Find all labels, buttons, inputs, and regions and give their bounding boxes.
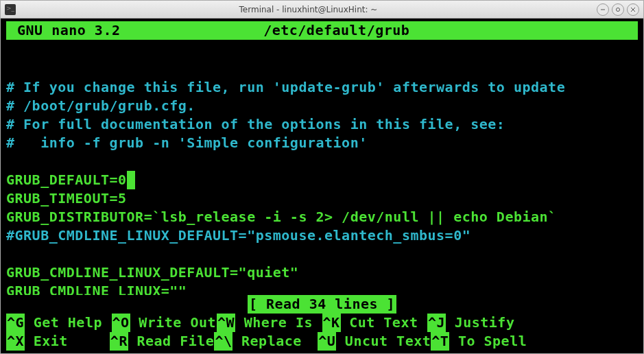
svg-point-1 (617, 8, 620, 11)
file-line: GRUB_DISTRIBUTOR=`lsb_release -i -s 2> /… (6, 209, 557, 225)
shortcut-to-spell: ^T To Spell (431, 332, 534, 351)
titlebar: Terminal - linuxhint@LinuxHint: ~ (1, 1, 643, 19)
close-button[interactable] (627, 3, 639, 16)
shortcut-replace: ^\ Replace (214, 332, 318, 351)
shortcut-where-is: ^W Where Is (217, 314, 322, 332)
shortcut-get-help: ^G Get Help (6, 314, 112, 332)
shortcut-read-file: ^R Read File (110, 332, 215, 351)
file-line: # For full documentation of the options … (6, 116, 505, 132)
file-line: #GRUB_CMDLINE_LINUX_DEFAULT="psmouse.ela… (6, 227, 470, 244)
shortcuts-row-2: ^X Exit ^R Read File ^\ Replace ^U Uncut… (6, 332, 638, 351)
terminal-icon (5, 4, 16, 15)
nano-app-name: GNU nano 3.2 (9, 21, 121, 40)
shortcut-cut-text: ^K Cut Text (322, 314, 428, 332)
nano-filename: /etc/default/grub (121, 21, 636, 40)
shortcuts-row-1: ^G Get Help ^O Write Out ^W Where Is ^K … (6, 314, 638, 332)
nano-header: GNU nano 3.2 /etc/default/grub (6, 21, 638, 40)
status-line: [ Read 34 lines ] (6, 295, 638, 314)
window-title: Terminal - linuxhint@LinuxHint: ~ (20, 5, 597, 14)
file-line: # info -f grub -n 'Simple configuration' (6, 134, 368, 151)
blank-line (6, 60, 15, 77)
file-line: GRUB_CMDLINE_LINUX="" (6, 283, 187, 295)
minimize-button[interactable] (597, 3, 609, 16)
file-line: GRUB_TIMEOUT=5 (6, 190, 127, 206)
file-line: # /boot/grub/grub.cfg. (6, 97, 195, 114)
maximize-button[interactable] (612, 3, 624, 16)
file-line: # If you change this file, run 'update-g… (6, 79, 565, 95)
cursor (127, 171, 135, 189)
window-controls (597, 3, 639, 16)
blank-line (6, 246, 15, 262)
terminal-content[interactable]: GNU nano 3.2 /etc/default/grub # If you … (1, 19, 643, 353)
shortcut-exit: ^X Exit (6, 332, 110, 351)
shortcut-justify: ^J Justify (427, 314, 533, 332)
status-text: [ Read 34 lines ] (248, 295, 396, 314)
shortcut-write-out: ^O Write Out (112, 314, 217, 332)
editor-area[interactable]: # If you change this file, run 'update-g… (6, 41, 638, 295)
shortcut-uncut-text: ^U Uncut Text (318, 332, 431, 351)
blank-line (6, 153, 15, 169)
terminal-window: Terminal - linuxhint@LinuxHint: ~ GNU na… (0, 0, 644, 354)
file-line: GRUB_CMDLINE_LINUX_DEFAULT="quiet" (6, 264, 298, 281)
file-line: GRUB_DEFAULT=0 (6, 172, 135, 188)
